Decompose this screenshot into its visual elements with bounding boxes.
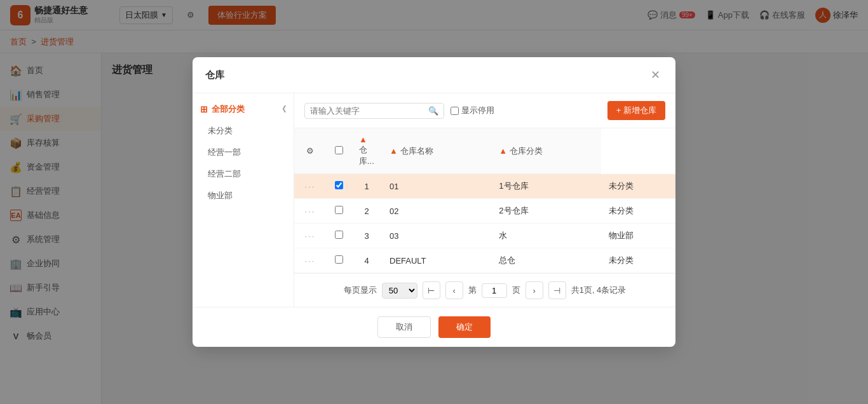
warehouse-table: ⚙ ▲ 仓库... ▲	[294, 128, 675, 273]
row-category: 未分类	[601, 174, 675, 199]
table-row[interactable]: ··· 1 01 1号仓库 未分类	[294, 174, 675, 199]
modal-footer: 取消 确定	[193, 307, 675, 347]
page-number-input[interactable]	[482, 283, 507, 298]
add-warehouse-button[interactable]: + 新增仓库	[607, 101, 665, 120]
row-num: 4	[351, 248, 382, 273]
row-num: 3	[351, 224, 382, 248]
show-disabled-checkbox-input[interactable]	[451, 107, 459, 115]
col-header-category: ▲ 仓库分类	[491, 128, 600, 174]
row-checkbox[interactable]	[335, 231, 343, 239]
row-checkbox-cell	[326, 174, 351, 199]
table-panel: 🔍 显示停用 + 新增仓库 ⚙	[294, 93, 675, 307]
select-all-checkbox[interactable]	[335, 146, 343, 154]
row-category: 未分类	[601, 199, 675, 224]
first-page-button[interactable]: ⊢	[423, 281, 440, 299]
pagination: 每页显示 50 100 ⊢ ‹ 第 页 › ⊣ 共1页, 4条记录	[294, 273, 675, 307]
sort-icon-code: ▲	[359, 135, 367, 144]
show-disabled-checkbox[interactable]: 显示停用	[451, 105, 494, 116]
per-page-select[interactable]: 50 100	[382, 283, 417, 299]
table-row[interactable]: ··· 2 02 2号仓库 未分类	[294, 199, 675, 224]
modal-title: 仓库	[205, 69, 224, 81]
warehouse-table-wrap: ⚙ ▲ 仓库... ▲	[294, 128, 675, 273]
row-checkbox-cell	[326, 248, 351, 273]
prev-page-button[interactable]: ‹	[445, 281, 463, 299]
grid-icon: ⊞	[200, 104, 208, 114]
row-name: 1号仓库	[491, 174, 600, 199]
category-item-3[interactable]: 物业部	[193, 185, 294, 206]
category-item-0[interactable]: 未分类	[193, 120, 294, 142]
col-header-code: ▲ 仓库...	[351, 128, 382, 174]
row-checkbox[interactable]	[335, 255, 343, 264]
table-row[interactable]: ··· 4 DEFAULT 总仓 未分类	[294, 248, 675, 273]
row-category: 未分类	[601, 248, 675, 273]
category-panel: ⊞ 全部分类 《 未分类 经营一部 经营二部 物业部	[193, 93, 294, 307]
modal-header: 仓库 ✕	[193, 57, 675, 93]
row-code: 03	[382, 224, 491, 248]
sort-icon-category: ▲	[499, 146, 507, 156]
row-num: 1	[351, 174, 382, 199]
sort-icon-name: ▲	[390, 146, 398, 156]
table-toolbar: 🔍 显示停用 + 新增仓库	[294, 93, 675, 128]
close-icon[interactable]: ✕	[648, 67, 663, 83]
row-checkbox[interactable]	[335, 206, 343, 214]
col-header-check	[326, 128, 351, 174]
row-more-btn[interactable]: ···	[294, 199, 326, 224]
search-box: 🔍	[304, 103, 444, 119]
next-page-button[interactable]: ›	[526, 281, 543, 299]
confirm-button[interactable]: 确定	[438, 316, 491, 338]
modal-body: ⊞ 全部分类 《 未分类 经营一部 经营二部 物业部	[193, 93, 675, 307]
category-item-2[interactable]: 经营二部	[193, 163, 294, 185]
row-code: DEFAULT	[382, 248, 491, 273]
row-more-btn[interactable]: ···	[294, 248, 326, 273]
row-name: 2号仓库	[491, 199, 600, 224]
category-item-1[interactable]: 经营一部	[193, 142, 294, 163]
row-name: 水	[491, 224, 600, 248]
col-header-name: ▲ 仓库名称	[382, 128, 491, 174]
row-more-btn[interactable]: ···	[294, 174, 326, 199]
warehouse-modal: 仓库 ✕ ⊞ 全部分类 《 未分类 经营一部 经营二部	[193, 57, 675, 347]
cancel-button[interactable]: 取消	[377, 316, 431, 338]
row-checkbox-cell	[326, 199, 351, 224]
search-icon[interactable]: 🔍	[428, 106, 438, 116]
modal-overlay: 仓库 ✕ ⊞ 全部分类 《 未分类 经营一部 经营二部	[0, 0, 868, 404]
row-checkbox-cell	[326, 224, 351, 248]
row-code: 01	[382, 174, 491, 199]
row-name: 总仓	[491, 248, 600, 273]
last-page-button[interactable]: ⊣	[548, 281, 566, 299]
row-more-btn[interactable]: ···	[294, 224, 326, 248]
row-category: 物业部	[601, 224, 675, 248]
col-header-gear: ⚙	[294, 128, 326, 174]
row-checkbox[interactable]	[335, 181, 343, 189]
row-num: 2	[351, 199, 382, 224]
row-code: 02	[382, 199, 491, 224]
table-row[interactable]: ··· 3 03 水 物业部	[294, 224, 675, 248]
search-input[interactable]	[310, 106, 424, 116]
collapse-icon[interactable]: 《	[278, 104, 286, 115]
all-category-item[interactable]: ⊞ 全部分类 《	[193, 98, 294, 120]
